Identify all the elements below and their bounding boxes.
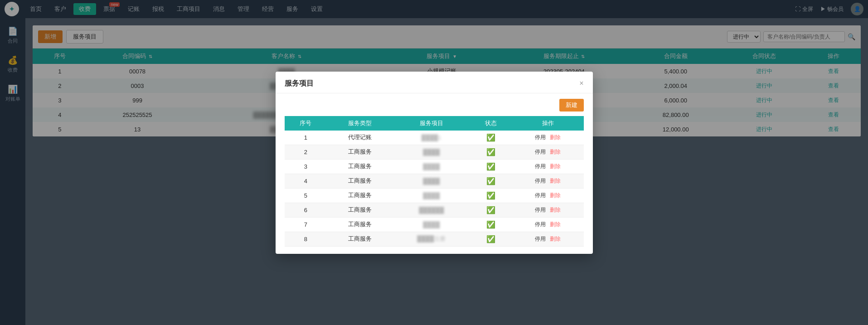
modal-cell-actions[interactable]: 停用 删除: [512, 131, 584, 145]
modal-cell-actions[interactable]: 停用 删除: [512, 159, 584, 174]
modal-cell-type: 工商服务: [327, 232, 393, 246]
stop-button[interactable]: 停用: [535, 192, 546, 199]
modal-cell-status: ✅: [470, 174, 512, 188]
modal-table-row: 7 工商服务 ████ ✅ 停用 删除: [285, 217, 584, 232]
modal-cell-item: ██████: [393, 203, 470, 217]
modal-cell-status: ✅: [470, 188, 512, 203]
modal-cell-item: ████注册: [393, 232, 470, 246]
modal-table-row: 3 工商服务 ████ ✅ 停用 删除: [285, 159, 584, 174]
modal-close-button[interactable]: ×: [579, 79, 583, 87]
modal-header: 服务项目 ×: [276, 72, 593, 93]
modal-table-row: 1 代理记账 ████1 ✅ 停用 删除: [285, 131, 584, 145]
modal-cell-item: ████: [393, 174, 470, 188]
delete-button[interactable]: 删除: [550, 134, 561, 141]
modal-cell-status: ✅: [470, 131, 512, 145]
modal-table-row: 4 工商服务 ████ ✅ 停用 删除: [285, 174, 584, 188]
modal-cell-item: ████: [393, 217, 470, 232]
stop-button[interactable]: 停用: [535, 236, 546, 242]
delete-button[interactable]: 删除: [550, 236, 561, 242]
modal-cell-actions[interactable]: 停用 删除: [512, 174, 584, 188]
delete-button[interactable]: 删除: [550, 192, 561, 199]
modal-tbody: 1 代理记账 ████1 ✅ 停用 删除 2 工商服务 ████ ✅ 停用 删除…: [285, 131, 584, 247]
modal-cell-item: ████: [393, 145, 470, 159]
delete-button[interactable]: 删除: [550, 178, 561, 184]
modal-cell-seq: 7: [285, 217, 327, 232]
modal-cell-seq: 5: [285, 188, 327, 203]
service-modal: 服务项目 × 新建 序号 服务类型 服务项目 状态 操作: [276, 72, 593, 254]
modal-cell-actions[interactable]: 停用 删除: [512, 203, 584, 217]
modal-cell-status: ✅: [470, 145, 512, 159]
modal-table-wrap: 序号 服务类型 服务项目 状态 操作 1 代理记账 ████1 ✅ 停用 删除 …: [285, 116, 584, 247]
modal-cell-seq: 3: [285, 159, 327, 174]
stop-button[interactable]: 停用: [535, 149, 546, 155]
delete-button[interactable]: 删除: [550, 207, 561, 213]
modal-table: 序号 服务类型 服务项目 状态 操作 1 代理记账 ████1 ✅ 停用 删除 …: [285, 116, 584, 247]
delete-button[interactable]: 删除: [550, 149, 561, 155]
modal-title: 服务项目: [285, 79, 314, 88]
modal-table-header: 序号 服务类型 服务项目 状态 操作: [285, 116, 584, 131]
modal-cell-item: ████1: [393, 131, 470, 145]
modal-cell-item: ████: [393, 188, 470, 203]
modal-cell-seq: 4: [285, 174, 327, 188]
stop-button[interactable]: 停用: [535, 134, 546, 141]
modal-cell-type: 工商服务: [327, 188, 393, 203]
stop-button[interactable]: 停用: [535, 221, 546, 228]
modal-toolbar: 新建: [285, 99, 584, 112]
modal-new-button[interactable]: 新建: [559, 99, 584, 112]
modal-cell-seq: 6: [285, 203, 327, 217]
modal-table-row: 5 工商服务 ████ ✅ 停用 删除: [285, 188, 584, 203]
modal-cell-actions[interactable]: 停用 删除: [512, 188, 584, 203]
modal-cell-actions[interactable]: 停用 删除: [512, 217, 584, 232]
modal-cell-status: ✅: [470, 203, 512, 217]
modal-cell-type: 工商服务: [327, 145, 393, 159]
modal-cell-status: ✅: [470, 159, 512, 174]
modal-cell-seq: 1: [285, 131, 327, 145]
modal-table-row: 2 工商服务 ████ ✅ 停用 删除: [285, 145, 584, 159]
modal-cell-seq: 2: [285, 145, 327, 159]
modal-cell-type: 工商服务: [327, 217, 393, 232]
modal-cell-type: 工商服务: [327, 203, 393, 217]
modal-body: 新建 序号 服务类型 服务项目 状态 操作 1 代理记账: [276, 93, 593, 254]
modal-col-status: 状态: [470, 116, 512, 131]
modal-col-action: 操作: [512, 116, 584, 131]
modal-cell-type: 工商服务: [327, 159, 393, 174]
modal-cell-actions[interactable]: 停用 删除: [512, 145, 584, 159]
stop-button[interactable]: 停用: [535, 178, 546, 184]
modal-col-item: 服务项目: [393, 116, 470, 131]
modal-cell-item: ████: [393, 159, 470, 174]
delete-button[interactable]: 删除: [550, 221, 561, 228]
modal-cell-type: 代理记账: [327, 131, 393, 145]
modal-cell-type: 工商服务: [327, 174, 393, 188]
modal-cell-seq: 8: [285, 232, 327, 246]
modal-cell-status: ✅: [470, 217, 512, 232]
modal-cell-status: ✅: [470, 232, 512, 246]
stop-button[interactable]: 停用: [535, 163, 546, 170]
modal-col-seq: 序号: [285, 116, 327, 131]
modal-overlay[interactable]: 服务项目 × 新建 序号 服务类型 服务项目 状态 操作: [0, 0, 868, 325]
stop-button[interactable]: 停用: [535, 207, 546, 213]
modal-col-type: 服务类型: [327, 116, 393, 131]
modal-cell-actions[interactable]: 停用 删除: [512, 232, 584, 246]
modal-table-row: 8 工商服务 ████注册 ✅ 停用 删除: [285, 232, 584, 246]
delete-button[interactable]: 删除: [550, 163, 561, 170]
modal-table-row: 6 工商服务 ██████ ✅ 停用 删除: [285, 203, 584, 217]
